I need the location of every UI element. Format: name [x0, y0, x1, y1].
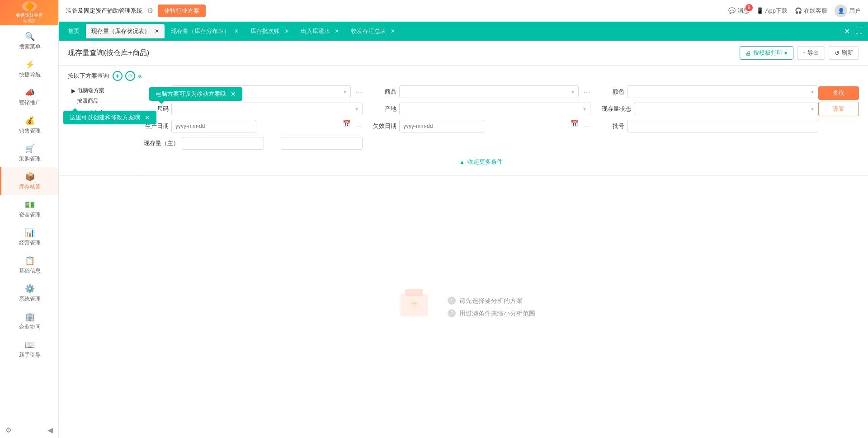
color-select[interactable]: [627, 85, 818, 98]
actions-col: 查询 设置: [818, 85, 859, 170]
stock-main-end-control: [281, 137, 363, 150]
page-actions: 🖨 按模板打印 ▾ ↑ 导出 ↺ 刷新: [740, 46, 859, 60]
tooltip-scheme-hint-close[interactable]: ✕: [231, 90, 236, 98]
app-download-label: App下载: [765, 7, 788, 15]
logo-icon: 🔶: [22, 1, 37, 11]
sidebar-item-inventory-label: 库存核算: [19, 183, 41, 191]
origin-control: ▼: [399, 103, 590, 115]
sidebar-item-sales-label: 销售管理: [19, 127, 41, 135]
app-download-item[interactable]: 📱 App下载: [756, 7, 788, 15]
produce-date-start-cal[interactable]: 📅: [343, 120, 350, 127]
refresh-button[interactable]: ↺ 刷新: [829, 46, 859, 60]
stock-main-label: 现存量（主）: [144, 139, 179, 147]
tab-batch[interactable]: 库存批次账 ✕: [245, 24, 294, 38]
sidebar-item-enterprise[interactable]: 🏢 企业协同: [0, 307, 58, 335]
scheme-group-desktop[interactable]: ▶ 电脑端方案: [68, 85, 136, 96]
filter-section: 按以下方案查询 + ⟳ « 电脑方案可设为移动方案哦 ✕: [59, 66, 868, 175]
filter-produce-date-row: 生产日期 📅 —: [144, 120, 363, 132]
goods-dots[interactable]: ⋯: [583, 88, 590, 96]
tab-flow-close[interactable]: ✕: [335, 28, 339, 34]
tab-inventory-dist[interactable]: 现存量（库存分布表） ✕: [165, 24, 244, 38]
batch-input[interactable]: [627, 120, 818, 132]
tab-flow[interactable]: 出入库流水 ✕: [295, 24, 344, 38]
finance-icon: 💵: [25, 200, 35, 210]
filter-color-row: 颜色 ▼: [599, 85, 818, 98]
sidebar-item-quicknav[interactable]: ⚡ 快捷导航: [0, 55, 58, 83]
sidebar-item-search[interactable]: 🔍 搜索菜单: [0, 27, 58, 55]
produce-date-start[interactable]: [171, 120, 256, 132]
tab-batch-close[interactable]: ✕: [284, 28, 289, 34]
tab-close-all-icon[interactable]: ✕: [842, 25, 852, 38]
header-left: 装备及固定资产辅助管理系统 ⚙ 体验行业方案: [66, 5, 206, 17]
step1-text: 请先选择要分析的方案: [459, 294, 523, 307]
chevron-right-icon: ▶: [71, 88, 75, 94]
batch-label: 批号: [599, 122, 624, 130]
message-icon: 💬: [728, 7, 736, 14]
stock-main-control: [182, 137, 264, 150]
sidebar-nav: 🔍 搜索菜单 ⚡ 快捷导航 📣 营销推广 💰 销售管理 🛒 采购管理 📦 库存核…: [0, 25, 58, 422]
tab-inventory-status-label: 现存量（库存状况表）: [91, 27, 150, 35]
phone-icon: 📱: [756, 7, 764, 14]
tooltip-create-scheme-close[interactable]: ✕: [145, 114, 150, 121]
message-item[interactable]: 💬 消息 9: [728, 7, 749, 15]
sidebar-item-basic[interactable]: 📋 基础信息: [0, 251, 58, 279]
expire-date-start-cal[interactable]: 📅: [571, 120, 578, 127]
origin-label: 产地: [372, 105, 396, 113]
scheme-child-goods[interactable]: 按照商品: [68, 96, 136, 106]
header-settings-icon[interactable]: ⚙: [147, 6, 153, 15]
tab-inventory-status-close[interactable]: ✕: [155, 28, 159, 34]
reset-button[interactable]: 设置: [818, 102, 859, 116]
goods-select[interactable]: [399, 85, 579, 98]
tab-flow-label: 出入库流水: [301, 27, 330, 35]
sidebar-item-purchase[interactable]: 🛒 采购管理: [0, 139, 58, 167]
sidebar-item-sales[interactable]: 💰 销售管理: [0, 111, 58, 139]
goods-control: ▼: [399, 85, 579, 98]
collapse-btn[interactable]: ▲ 收起更多条件: [144, 154, 818, 170]
sidebar-item-marketing[interactable]: 📣 营销推广: [0, 83, 58, 111]
tab-inventory-status[interactable]: 现存量（库存状况表） ✕: [86, 24, 165, 38]
warehouse-dots[interactable]: ⋯: [355, 88, 363, 96]
stock-main-start[interactable]: [182, 137, 264, 150]
expire-date-start[interactable]: [399, 120, 484, 132]
empty-icon: [392, 280, 437, 334]
tab-inventory-dist-label: 现存量（库存分布表）: [171, 27, 230, 35]
main-area: 装备及固定资产辅助管理系统 ⚙ 体验行业方案 💬 消息 9 📱 App下载 🎧 …: [59, 0, 868, 438]
sidebar-item-guide[interactable]: 📖 新手引导: [0, 335, 58, 363]
origin-select[interactable]: [399, 103, 590, 115]
sidebar-item-operations[interactable]: 📊 经营管理: [0, 223, 58, 251]
template-print-button[interactable]: 🖨 按模板打印 ▾: [740, 46, 793, 60]
sidebar-item-quicknav-label: 快捷导航: [19, 71, 41, 79]
tooltip-scheme-hint: 电脑方案可设为移动方案哦 ✕: [149, 87, 242, 101]
sidebar-footer: ⚙ ◀: [0, 422, 58, 438]
settings-footer-icon[interactable]: ⚙: [5, 426, 12, 434]
size-select[interactable]: [171, 103, 363, 115]
tab-summary[interactable]: 收发存汇总表 ✕: [345, 24, 401, 38]
query-button[interactable]: 查询: [818, 86, 859, 100]
edit-scheme-button[interactable]: ⟳: [125, 71, 135, 81]
tab-summary-close[interactable]: ✕: [391, 28, 395, 34]
tab-inventory-dist-close[interactable]: ✕: [234, 28, 239, 34]
sales-icon: 💰: [25, 116, 35, 126]
export-button[interactable]: ↑ 导出: [797, 46, 826, 60]
tabs-bar: 首页 现存量（库存状况表） ✕ 现存量（库存分布表） ✕ 库存批次账 ✕ 出入库…: [59, 22, 868, 41]
basic-icon: 📋: [25, 256, 35, 266]
sidebar-item-finance-label: 资金管理: [19, 211, 41, 219]
expire-date-wrap: 📅 —: [399, 120, 590, 132]
online-service-item[interactable]: 🎧 在线客服: [795, 7, 827, 15]
stock-main-end[interactable]: [281, 137, 363, 150]
add-scheme-button[interactable]: +: [113, 71, 123, 81]
tooltip2-arrow-up: [72, 108, 78, 111]
filter-label: 按以下方案查询: [68, 72, 109, 80]
color-label: 颜色: [599, 88, 624, 96]
user-item[interactable]: 👤 用户: [835, 5, 861, 17]
collapse-sidebar-icon[interactable]: ◀: [47, 426, 53, 434]
sidebar-item-inventory[interactable]: 📦 库存核算: [0, 167, 58, 195]
experience-button[interactable]: 体验行业方案: [158, 5, 206, 17]
tab-fullscreen-icon[interactable]: ⛶: [854, 25, 864, 38]
prev-scheme-button[interactable]: «: [138, 72, 142, 80]
sidebar-item-finance[interactable]: 💵 资金管理: [0, 195, 58, 223]
status-select[interactable]: [634, 103, 818, 115]
sidebar-item-system[interactable]: ⚙️ 系统管理: [0, 279, 58, 307]
tab-home[interactable]: 首页: [62, 24, 85, 38]
online-service-label: 在线客服: [804, 7, 827, 15]
